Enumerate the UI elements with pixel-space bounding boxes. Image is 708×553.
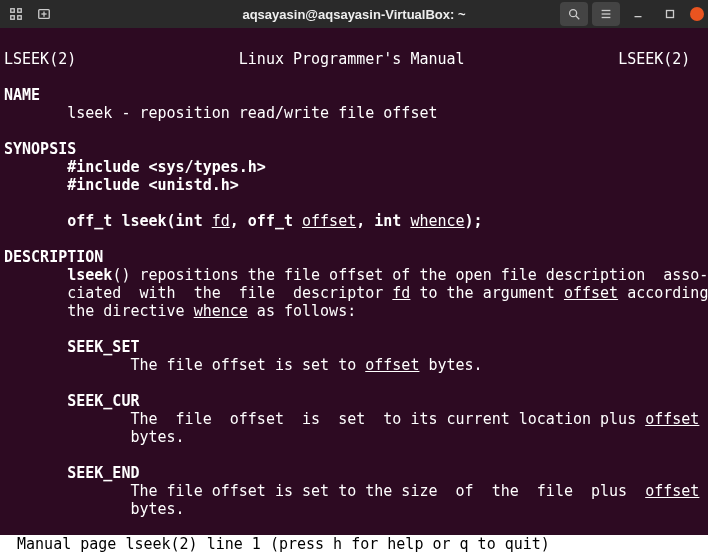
proto-type: off_t [248, 212, 302, 230]
svg-line-8 [576, 16, 580, 20]
man-header-left: LSEEK(2) [4, 50, 76, 68]
svg-rect-0 [11, 9, 15, 13]
seek-end-text: The file offset is set to the size of th… [130, 482, 645, 500]
seek-set-text: The file offset is set to [130, 356, 365, 374]
section-synopsis: SYNOPSIS [4, 140, 76, 158]
minimize-button[interactable] [624, 2, 652, 26]
section-name: NAME [4, 86, 40, 104]
proto-offset: offset [302, 212, 356, 230]
proto-type: int [374, 212, 410, 230]
svg-rect-1 [18, 9, 22, 13]
maximize-button[interactable] [656, 2, 684, 26]
desc-text: to the argument [410, 284, 564, 302]
window-titlebar: aqsayasin@aqsayasin-VirtualBox: ~ [0, 0, 708, 28]
man-statusbar: Manual page lseek(2) line 1 (press h for… [0, 535, 708, 553]
seek-set-label: SEEK_SET [67, 338, 139, 356]
activities-icon[interactable] [4, 3, 28, 25]
seek-cur-text: The file offset is set to its current lo… [130, 410, 645, 428]
desc-text: ciated with the file descriptor [67, 284, 392, 302]
seek-set-offset: offset [365, 356, 419, 374]
proto-close: ); [465, 212, 483, 230]
man-header-right: LSEEK(2) [618, 50, 690, 68]
svg-rect-3 [18, 16, 22, 20]
search-button[interactable] [560, 2, 588, 26]
seek-end-label: SEEK_END [67, 464, 139, 482]
close-icon [690, 7, 704, 21]
menu-button[interactable] [592, 2, 620, 26]
proto-sep: , [356, 212, 374, 230]
seek-cur-label: SEEK_CUR [67, 392, 139, 410]
seek-cur-text: bytes. [130, 428, 184, 446]
desc-fd: fd [392, 284, 410, 302]
desc-text: the directive [67, 302, 193, 320]
desc-text: () repositions the file offset of the op… [112, 266, 708, 284]
svg-point-7 [570, 10, 577, 17]
section-description: DESCRIPTION [4, 248, 103, 266]
svg-rect-13 [667, 11, 674, 18]
seek-end-offset: offset [645, 482, 699, 500]
proto-fn: lseek(int [121, 212, 211, 230]
name-line: lseek - reposition read/write file offse… [67, 104, 437, 122]
proto-whence: whence [410, 212, 464, 230]
man-header-center: Linux Programmer's Manual [239, 50, 465, 68]
desc-text: according to [618, 284, 708, 302]
proto-sep: , [230, 212, 248, 230]
close-button[interactable] [688, 2, 706, 26]
new-tab-button[interactable] [32, 3, 56, 25]
desc-whence: whence [194, 302, 248, 320]
proto-ret: off_t [67, 212, 121, 230]
svg-rect-2 [11, 16, 15, 20]
desc-fn: lseek [67, 266, 112, 284]
status-text: Manual page lseek(2) line 1 (press h for… [17, 535, 550, 553]
include-line: #include <sys/types.h> [67, 158, 266, 176]
seek-end-text: bytes. [130, 500, 184, 518]
proto-fd: fd [212, 212, 230, 230]
include-line: #include <unistd.h> [67, 176, 239, 194]
terminal-content[interactable]: LSEEK(2) Linux Programmer's Manual LSEEK… [0, 28, 708, 553]
desc-text: as follows: [248, 302, 356, 320]
desc-offset: offset [564, 284, 618, 302]
seek-cur-offset: offset [645, 410, 699, 428]
seek-set-text: bytes. [419, 356, 482, 374]
